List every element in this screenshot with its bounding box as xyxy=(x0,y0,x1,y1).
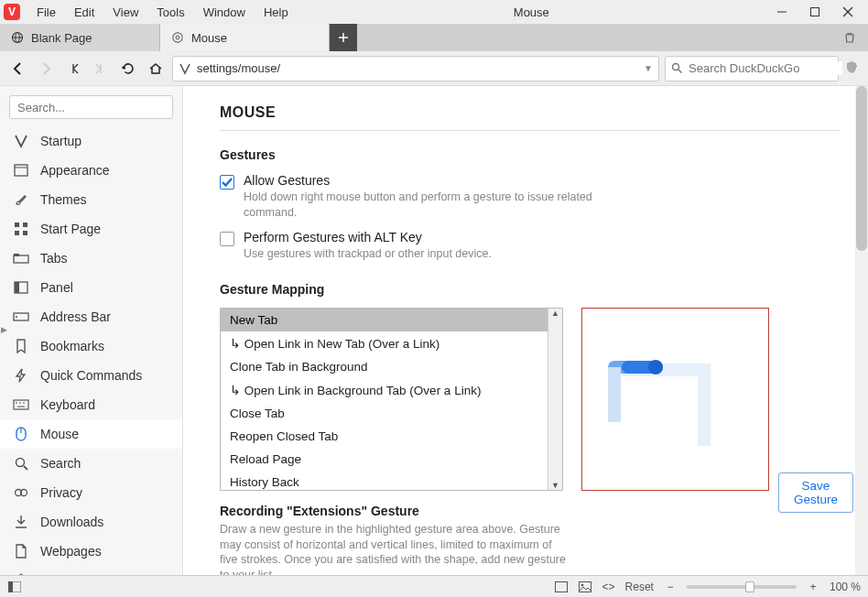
maximize-button[interactable] xyxy=(798,0,831,24)
closed-tabs-trash-icon[interactable] xyxy=(831,24,868,51)
search-icon xyxy=(671,62,683,74)
sidebar-item-privacy[interactable]: Privacy xyxy=(0,478,182,507)
panel-toggle-icon[interactable] xyxy=(7,580,22,594)
svg-line-32 xyxy=(24,466,27,470)
sidebar-item-keyboard[interactable]: Keyboard xyxy=(0,390,182,419)
sidebar-item-startup[interactable]: Startup xyxy=(0,126,182,156)
svg-line-11 xyxy=(678,70,682,73)
sidebar-search xyxy=(9,95,173,119)
scrollbar[interactable]: ▲ ▼ xyxy=(548,309,562,490)
settings-sidebar: StartupAppearanceThemesStart PageTabsPan… xyxy=(0,86,183,575)
sidebar-item-address-bar[interactable]: Address Bar xyxy=(0,302,182,331)
page-heading: MOUSE xyxy=(220,104,841,121)
sidebar-item-start-page[interactable]: Start Page xyxy=(0,214,182,244)
panel-icon xyxy=(13,279,29,296)
save-gesture-button[interactable]: Save Gesture xyxy=(778,472,853,513)
menu-tools[interactable]: Tools xyxy=(147,5,193,19)
sidebar-search-input[interactable] xyxy=(9,95,173,119)
address-bar[interactable]: settings/mouse/ ▼ xyxy=(172,56,659,81)
menu-view[interactable]: View xyxy=(103,5,147,19)
menu-file[interactable]: File xyxy=(27,5,65,19)
tiling-icon[interactable] xyxy=(554,580,569,594)
gesture-item[interactable]: New Tab xyxy=(221,309,548,331)
sidebar-item-label: Privacy xyxy=(40,485,82,500)
sidebar-item-search[interactable]: Search xyxy=(0,449,182,478)
sidebar-item-tabs[interactable]: Tabs xyxy=(0,244,182,273)
gesture-preview-icon xyxy=(608,359,736,469)
svg-point-31 xyxy=(16,458,24,466)
minimize-button[interactable] xyxy=(765,0,798,24)
tab-blank-page[interactable]: Blank Page xyxy=(0,24,160,51)
alt-gestures-label: Perform Gestures with ALT Key xyxy=(244,230,492,244)
recording-desc: Draw a new gesture in the highlighted ge… xyxy=(220,522,568,575)
panel-expand-icon[interactable]: ▶ xyxy=(0,311,7,348)
sidebar-item-label: Startup xyxy=(40,134,81,148)
sidebar-item-label: Keyboard xyxy=(40,397,95,412)
svg-rect-12 xyxy=(15,165,27,176)
tab-mouse[interactable]: Mouse xyxy=(160,24,330,51)
vivaldi-icon xyxy=(13,133,29,149)
svg-rect-18 xyxy=(14,255,28,263)
gesture-mapping-list[interactable]: New Tab↳ Open Link in New Tab (Over a Li… xyxy=(220,308,563,491)
scroll-down-icon[interactable]: ▼ xyxy=(551,481,559,490)
sidebar-item-webpages[interactable]: Webpages xyxy=(0,537,182,566)
webpage-icon xyxy=(13,543,29,559)
sidebar-item-themes[interactable]: Themes xyxy=(0,185,182,214)
scroll-up-icon[interactable]: ▲ xyxy=(551,309,559,318)
sidebar-item-label: Search xyxy=(40,456,81,471)
allow-gestures-label: Allow Gestures xyxy=(244,173,610,188)
sidebar-item-appearance[interactable]: Appearance xyxy=(0,156,182,185)
gesture-recording-canvas[interactable] xyxy=(581,308,769,491)
vivaldi-logo-icon[interactable]: V xyxy=(4,4,20,20)
back-button[interactable] xyxy=(7,58,29,80)
chevron-down-icon[interactable]: ▼ xyxy=(644,63,653,73)
images-toggle-icon[interactable] xyxy=(578,580,592,594)
menu-help[interactable]: Help xyxy=(255,5,298,19)
recording-title: Recording "Extensions" Gesture xyxy=(220,504,841,518)
alt-gestures-checkbox[interactable] xyxy=(220,232,234,246)
svg-rect-21 xyxy=(15,282,19,293)
reset-zoom-button[interactable]: Reset xyxy=(625,581,654,593)
gesture-item[interactable]: Reload Page xyxy=(221,448,548,471)
gesture-item[interactable]: ↳ Open Link in New Tab (Over a Link) xyxy=(221,331,548,355)
main-scrollbar[interactable] xyxy=(855,86,868,575)
svg-rect-46 xyxy=(8,581,13,592)
titlebar: V File Edit View Tools Window Help Mouse xyxy=(0,0,868,24)
search-engine-field[interactable]: ▼ xyxy=(665,56,839,81)
gesture-item[interactable]: Close Tab xyxy=(221,402,548,425)
privacy-icon xyxy=(13,484,29,501)
sidebar-item-downloads[interactable]: Downloads xyxy=(0,507,182,537)
sidebar-item-quick-commands[interactable]: Quick Commands xyxy=(0,361,182,390)
page-actions-icon[interactable]: <> xyxy=(602,580,616,594)
gesture-mapping-title: Gesture Mapping xyxy=(220,282,841,297)
home-button[interactable] xyxy=(145,58,167,80)
allow-gestures-checkbox[interactable] xyxy=(220,175,234,190)
quick-icon xyxy=(13,367,29,384)
zoom-in-icon[interactable]: + xyxy=(806,580,820,594)
close-button[interactable] xyxy=(831,0,864,24)
zoom-slider[interactable] xyxy=(687,585,797,589)
svg-point-43 xyxy=(648,360,663,374)
search-engine-input[interactable] xyxy=(689,61,842,75)
reload-button[interactable] xyxy=(117,58,139,80)
rewind-button[interactable] xyxy=(62,58,84,80)
fast-forward-button[interactable] xyxy=(90,58,112,80)
svg-rect-44 xyxy=(608,367,621,422)
menu-window[interactable]: Window xyxy=(194,5,255,19)
gesture-item[interactable]: Clone Tab in Background xyxy=(221,355,548,378)
sidebar-item-bookmarks[interactable]: Bookmarks xyxy=(0,331,182,361)
content-blocker-icon[interactable] xyxy=(844,60,861,77)
sidebar-item-network[interactable]: Network xyxy=(0,566,182,575)
forward-button[interactable] xyxy=(35,58,57,80)
new-tab-button[interactable] xyxy=(330,24,357,51)
sidebar-item-mouse[interactable]: Mouse xyxy=(0,419,182,449)
zoom-out-icon[interactable]: − xyxy=(663,580,678,594)
menu-edit[interactable]: Edit xyxy=(65,5,103,19)
gesture-item[interactable]: ↳ Open Link in Background Tab (Over a Li… xyxy=(221,378,548,402)
address-text[interactable]: settings/mouse/ xyxy=(197,61,638,75)
svg-rect-19 xyxy=(14,254,19,256)
gesture-item[interactable]: History Back xyxy=(221,471,548,490)
gesture-item[interactable]: Reopen Closed Tab xyxy=(221,425,548,448)
sidebar-item-panel[interactable]: Panel xyxy=(0,273,182,302)
sidebar-item-label: Mouse xyxy=(40,427,79,441)
